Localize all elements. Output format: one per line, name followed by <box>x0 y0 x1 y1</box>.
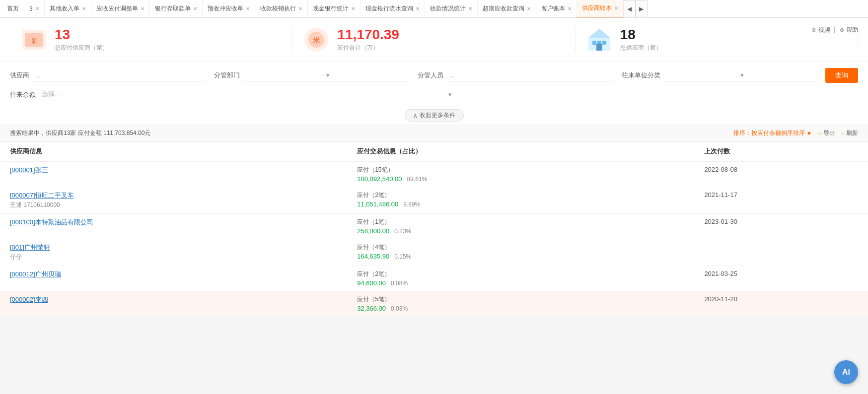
close-icon[interactable]: ✕ <box>614 5 618 11</box>
close-icon[interactable]: ✕ <box>568 6 572 11</box>
supplier-link-2[interactable]: [000007]恒旺二手叉车 <box>10 192 74 199</box>
transaction-cell-1: 应付（15笔） 100,092,540.00 89.61% <box>347 161 694 187</box>
refresh-button[interactable]: ○ 刷新 <box>841 129 858 137</box>
nav-tab-supplier-ledger-label: 供应商账本 <box>582 4 612 12</box>
dept-label: 分管部门 <box>214 71 240 80</box>
balance-select[interactable]: 选择... ▾ <box>39 88 858 101</box>
amount-5: 94,600.00 <box>357 279 386 287</box>
table-row: [000002]李四 应付（5笔） 32,366.00 0.03% 2020-1… <box>0 291 868 317</box>
query-button[interactable]: 查询 <box>825 68 858 83</box>
close-icon[interactable]: ✕ <box>246 6 250 11</box>
supplier-contact-4: 仔仔 <box>10 253 337 262</box>
video-label: 视频 <box>818 26 830 33</box>
stat1-info: 13 总应付供应商（家） <box>55 28 108 52</box>
table-row: [000012]广州贝瑞 应付（2笔） 94,600.00 0.08% 2021… <box>0 266 868 291</box>
stat-block-total-payable: 米 11,170.39 应付合计（万） <box>292 26 575 54</box>
nav-tab-collection-stat[interactable]: 收款情况统计 ✕ <box>425 0 478 18</box>
percentage-2: 9.89% <box>403 201 420 208</box>
nav-tab-collection[interactable]: 收款核销执行 ✕ <box>255 0 308 18</box>
svg-text:米: 米 <box>312 36 320 44</box>
amount-3: 258,000.00 <box>357 227 389 235</box>
svg-marker-10 <box>588 29 610 38</box>
nav-next-arrow[interactable]: ▶ <box>636 0 648 18</box>
nav-tab-overdue[interactable]: 超期应收款查询 ✕ <box>478 0 536 18</box>
amount-6: 32,366.00 <box>357 305 386 312</box>
filter-dept: 分管部门 ▾ <box>214 69 410 81</box>
export-button[interactable]: ○ 导出 <box>818 129 835 137</box>
percentage-4: 0.15% <box>394 253 411 260</box>
close-icon[interactable]: ✕ <box>416 6 420 11</box>
nav-tab-supplier-ledger[interactable]: 供应商账本 ✕ <box>577 0 624 18</box>
tx-row-4: 164,635.90 0.15% <box>357 253 684 260</box>
supplier-link-5[interactable]: [000012]广州贝瑞 <box>10 270 61 278</box>
close-icon[interactable]: ✕ <box>193 6 197 11</box>
nav-tab-cash-flow-label: 现金银行流水查询 <box>365 4 413 13</box>
col-transaction-info: 应付交易信息（占比） <box>347 142 694 161</box>
balance-select-value: 选择... <box>42 90 448 99</box>
nav-tab-customer-ledger[interactable]: 客户账本 ✕ <box>536 0 577 18</box>
nav-tab-home[interactable]: 首页 <box>2 0 24 18</box>
nav-tab-ar-adjust-label: 应收应付调整单 <box>96 4 138 13</box>
nav-tab-advance[interactable]: 预收冲应收单 ✕ <box>203 0 255 18</box>
transaction-cell-2: 应付（2笔） 11,051,486.00 9.89% <box>347 187 694 214</box>
nav-tab-cash-flow[interactable]: 现金银行流水查询 ✕ <box>361 0 425 18</box>
close-icon[interactable]: ✕ <box>351 6 355 11</box>
nav-tab-ar-adjust[interactable]: 应收应付调整单 ✕ <box>91 0 150 18</box>
close-icon[interactable]: ✕ <box>527 6 531 11</box>
table-body: [000001]张三 应付（15笔） 100,092,540.00 89.61%… <box>0 161 868 317</box>
video-link[interactable]: ⊙ 视频 <box>811 26 830 34</box>
nav-tab-advance-label: 预收冲应收单 <box>208 4 243 13</box>
result-text: 搜索结果中，供应商13家 应付金额 111,703,854.00元 <box>10 129 150 137</box>
nav-tab-bank-deposit[interactable]: 银行存取款单 ✕ <box>150 0 203 18</box>
person-input[interactable] <box>446 69 614 81</box>
stat1-number: 13 <box>55 28 108 42</box>
refresh-circle-icon: ○ <box>841 130 845 137</box>
stats-row: ¥ 13 总应付供应商（家） 米 11,170.39 应付合计（万） <box>0 18 868 62</box>
table-header: 供应商信息 应付交易信息（占比） 上次付数 <box>0 142 868 161</box>
category-select[interactable]: ▾ <box>663 69 818 81</box>
total-payable-icon: 米 <box>302 26 330 54</box>
collapse-button[interactable]: ∧ 收起更多条件 <box>405 109 464 122</box>
balance-dropdown-icon: ▾ <box>448 91 855 98</box>
nav-tab-home-label: 首页 <box>7 4 19 13</box>
svg-rect-9 <box>602 41 606 45</box>
tx-count-2: 应付（2笔） <box>357 191 684 199</box>
tx-row-2: 11,051,486.00 9.89% <box>357 200 684 208</box>
video-circle-icon: ⊙ <box>811 26 816 33</box>
filter-category: 往来单位分类 ▾ <box>622 69 818 81</box>
sort-label: 排序：按应付余额倒序排序 <box>733 129 805 137</box>
stat3-label: 总供应商（家） <box>620 44 662 52</box>
supplier-link-3[interactable]: [000100]本特勤油品有限公司 <box>10 218 93 226</box>
nav-tab-overdue-label: 超期应收款查询 <box>483 4 524 13</box>
close-icon[interactable]: ✕ <box>468 6 472 11</box>
supplier-link-4[interactable]: [001]广州荣轩 <box>10 244 50 251</box>
collapse-icon: ∧ <box>413 112 418 119</box>
last-pay-date-6: 2020-11-20 <box>704 295 737 303</box>
nav-prev-arrow[interactable]: ◀ <box>624 0 636 18</box>
help-link[interactable]: ⊙ 帮助 <box>840 26 858 34</box>
last-pay-cell-4 <box>694 239 868 266</box>
last-pay-cell-1: 2022-08-08 <box>694 161 868 187</box>
supplier-input[interactable] <box>32 69 206 81</box>
sort-button[interactable]: 排序：按应付余额倒序排序 ▼ <box>733 129 812 137</box>
close-icon[interactable]: ✕ <box>82 6 86 11</box>
supplier-table: 供应商信息 应付交易信息（占比） 上次付数 [000001]张三 <box>0 142 868 317</box>
close-icon[interactable]: ✕ <box>298 6 302 11</box>
close-icon[interactable]: ✕ <box>141 6 145 11</box>
nav-tab-3[interactable]: 3 ✕ <box>24 0 45 18</box>
stat2-label: 应付合计（万） <box>337 44 399 52</box>
help-circle-icon: ⊙ <box>840 26 845 33</box>
nav-tab-cash-bank-stat[interactable]: 现金银行统计 ✕ <box>308 0 361 18</box>
supplier-cell-1: [000001]张三 <box>0 161 347 187</box>
svg-text:¥: ¥ <box>32 37 36 45</box>
supplier-link-6[interactable]: [000002]李四 <box>10 296 48 303</box>
dept-select[interactable]: ▾ <box>243 69 410 81</box>
result-bar: 搜索结果中，供应商13家 应付金额 111,703,854.00元 排序：按应付… <box>0 125 868 142</box>
supplier-link-1[interactable]: [000001]张三 <box>10 166 48 174</box>
nav-tab-other-income[interactable]: 其他收入单 ✕ <box>45 0 91 18</box>
last-pay-date-5: 2021-03-25 <box>704 270 737 277</box>
stat3-number: 18 <box>620 28 662 42</box>
tx-count-4: 应付（4笔） <box>357 243 684 252</box>
last-pay-cell-5: 2021-03-25 <box>694 266 868 291</box>
close-icon[interactable]: ✕ <box>35 6 39 11</box>
